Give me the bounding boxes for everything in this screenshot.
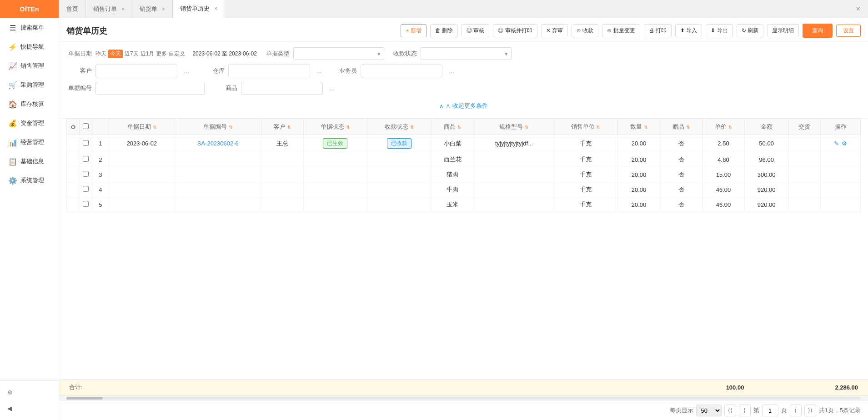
scrollbar-thumb[interactable] — [66, 397, 103, 400]
table-row: 2 西兰花 千克 20.00 否 4.80 96.00 — [67, 152, 861, 167]
scrollbar-area[interactable] — [59, 395, 868, 400]
row-checkbox[interactable] — [83, 201, 89, 207]
collect-status-select[interactable] — [421, 47, 512, 60]
doc-no-link[interactable]: SA-20230602-6 — [197, 140, 239, 147]
query-button[interactable]: 查询 — [803, 24, 833, 38]
abandon-button[interactable]: ✕ 弃审 — [541, 24, 568, 37]
row-checkbox[interactable] — [83, 171, 89, 177]
td-doc-date — [109, 197, 175, 212]
td-doc-date — [109, 152, 175, 167]
td-quantity: 20.00 — [618, 135, 660, 152]
td-checkbox — [80, 167, 92, 182]
td-rowno: 3 — [92, 167, 109, 182]
customer-ellipsis[interactable]: ... — [181, 66, 192, 75]
date-7days[interactable]: 近7天 — [125, 50, 139, 58]
audit-print-button[interactable]: ◎ 审核并打印 — [493, 24, 537, 37]
table-row: 3 猪肉 千克 20.00 否 15.00 300.00 — [67, 167, 861, 182]
sidebar-item-finance-mgmt[interactable]: 💰 资金管理 — [0, 114, 59, 133]
audit-button[interactable]: ◎ 审核 — [462, 24, 489, 37]
collect-button[interactable]: ⊙ 收款 — [572, 24, 598, 37]
date-today[interactable]: 今天 — [108, 50, 123, 58]
date-yesterday[interactable]: 昨天 — [95, 50, 106, 58]
date-more[interactable]: 更多 — [156, 50, 167, 58]
new-button[interactable]: + 新增 — [401, 24, 426, 37]
th-doc-date[interactable]: 单据日期 ⇅ — [109, 119, 175, 135]
sidebar-item-operations-mgmt[interactable]: 📊 经营管理 — [0, 133, 59, 152]
td-rowno: 2 — [92, 152, 109, 167]
page-last-btn[interactable]: ⟩⟩ — [804, 405, 816, 416]
doc-status-badge: 已生效 — [323, 138, 347, 149]
customer-input[interactable] — [95, 65, 177, 77]
system-mgmt-icon: ⚙️ — [9, 176, 17, 185]
th-sales-unit[interactable]: 销售单位 ⇅ — [554, 119, 617, 135]
th-spec[interactable]: 规格型号 ⇅ — [474, 119, 554, 135]
warehouse-ellipsis[interactable]: ... — [314, 66, 325, 75]
th-rowno — [92, 119, 109, 135]
tab-sales-history-close[interactable]: × — [214, 5, 217, 12]
import-button[interactable]: ⬆ 导入 — [675, 24, 702, 37]
sidebar-item-search-menu[interactable]: ☰ 搜索菜单 — [0, 18, 59, 37]
sidebar-item-sales-mgmt[interactable]: 📈 销售管理 — [0, 56, 59, 75]
delete-button[interactable]: 🗑 删除 — [430, 24, 458, 37]
show-detail-button[interactable]: 显示明细 — [767, 24, 799, 37]
th-operation: 操作 — [821, 119, 861, 135]
row-checkbox[interactable] — [83, 156, 89, 162]
collapse-btn[interactable]: ∧ ∧ 收起更多条件 — [66, 99, 861, 113]
page-next-btn[interactable]: ⟩ — [790, 405, 802, 416]
page-size-select[interactable]: 50 100 200 — [696, 405, 722, 416]
collect-status-badge: 已收款 — [387, 138, 411, 149]
select-all-checkbox[interactable] — [83, 123, 89, 129]
summary-total-quantity: 100.00 — [726, 384, 744, 391]
page-first-btn[interactable]: ⟨⟨ — [724, 405, 736, 416]
sidebar-item-basic-info[interactable]: 📋 基础信息 — [0, 152, 59, 171]
th-goods[interactable]: 商品 ⇅ — [431, 119, 474, 135]
sidebar-item-label: 快捷导航 — [20, 43, 44, 51]
row-checkbox[interactable] — [83, 186, 89, 192]
goods-input[interactable] — [241, 82, 323, 95]
date-1month[interactable]: 近1月 — [140, 50, 155, 58]
print-button[interactable]: 🖨 打印 — [644, 24, 672, 37]
sidebar-item-inventory-calc[interactable]: 🏠 库存核算 — [0, 95, 59, 114]
edit-op-btn[interactable]: ✎ — [833, 140, 840, 147]
refresh-button[interactable]: ↻ 刷新 — [737, 24, 763, 37]
td-deal — [788, 197, 821, 212]
set-button[interactable]: 设置 — [836, 25, 861, 37]
th-collect-status[interactable]: 收款状态 ⇅ — [367, 119, 431, 135]
collect-status-select-wrapper: ▾ — [421, 47, 512, 60]
tab-sales-goods[interactable]: 销货单 × — [132, 0, 173, 18]
th-customer[interactable]: 客户 ⇅ — [261, 119, 303, 135]
more-op-btn[interactable]: ⚙ — [840, 140, 848, 147]
goods-ellipsis[interactable]: ... — [326, 84, 337, 93]
td-doc-no — [175, 167, 261, 182]
batch-change-button[interactable]: ⊙ 批量变更 — [602, 24, 640, 37]
tab-sales-order-label: 销售订单 — [93, 5, 117, 13]
th-doc-no[interactable]: 单据编号 ⇅ — [175, 119, 261, 135]
tab-home[interactable]: 首页 — [59, 0, 86, 18]
td-spec — [474, 152, 554, 167]
salesperson-input[interactable] — [361, 65, 442, 77]
sidebar-item-purchase-mgmt[interactable]: 🛒 采购管理 — [0, 75, 59, 95]
sidebar-bottom-settings[interactable]: ⚙ — [0, 385, 59, 400]
th-quantity[interactable]: 数量 ⇅ — [618, 119, 660, 135]
doc-type-select[interactable] — [293, 47, 384, 60]
gear-icon[interactable]: ⚙ — [70, 124, 76, 130]
tab-sales-order-close[interactable]: × — [121, 6, 125, 12]
td-settings — [67, 182, 80, 197]
tab-sales-order[interactable]: 销售订单 × — [86, 0, 132, 18]
tab-sales-goods-close[interactable]: × — [162, 6, 165, 12]
th-gift[interactable]: 赠品 ⇅ — [660, 119, 702, 135]
salesperson-ellipsis[interactable]: ... — [446, 66, 457, 75]
sidebar-bottom-collapse[interactable]: ◀ — [0, 400, 59, 416]
page-prev-btn[interactable]: ⟨ — [739, 405, 751, 416]
sidebar-item-quick-nav[interactable]: ⚡ 快捷导航 — [0, 37, 59, 56]
row-checkbox[interactable] — [83, 140, 89, 146]
page-input[interactable] — [762, 405, 778, 416]
th-doc-status[interactable]: 单据状态 ⇅ — [303, 119, 367, 135]
warehouse-input[interactable] — [228, 65, 310, 77]
sidebar-item-system-mgmt[interactable]: ⚙️ 系统管理 — [0, 171, 59, 190]
doc-no-input[interactable] — [95, 82, 205, 95]
th-unit-price[interactable]: 单价 ⇅ — [702, 119, 745, 135]
tab-sales-history[interactable]: 销货单历史 × — [173, 0, 225, 18]
export-button[interactable]: ⬇ 导出 — [706, 24, 733, 37]
date-custom[interactable]: 自定义 — [169, 50, 185, 58]
